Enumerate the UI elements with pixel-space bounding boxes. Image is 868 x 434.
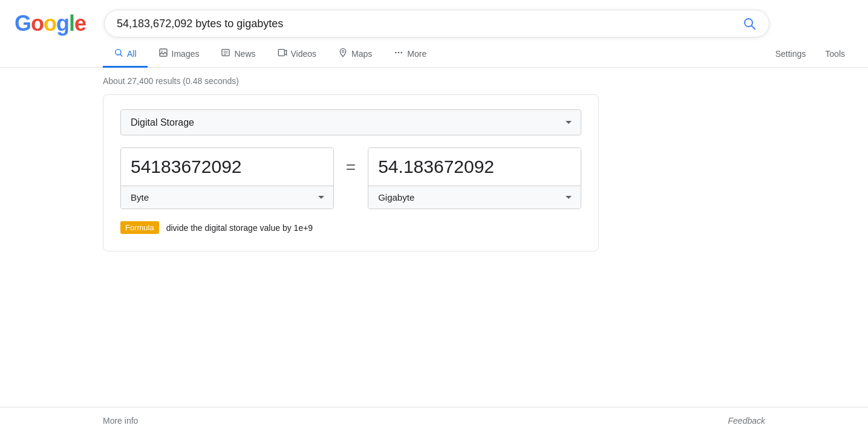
search-button[interactable] xyxy=(742,16,757,31)
results-summary: About 27,400 results (0.48 seconds) xyxy=(0,68,868,94)
videos-icon xyxy=(278,48,287,60)
more-icon xyxy=(394,48,403,60)
tab-all[interactable]: All xyxy=(103,42,148,68)
equals-sign: = xyxy=(344,158,358,177)
feedback-link[interactable]: Feedback xyxy=(728,416,765,426)
tab-images[interactable]: Images xyxy=(148,42,210,68)
tab-news-label: News xyxy=(234,49,255,59)
page-footer: More info Feedback xyxy=(0,407,868,434)
all-icon xyxy=(114,48,123,60)
news-icon xyxy=(221,48,230,60)
formula-row: Formula divide the digital storage value… xyxy=(120,221,581,234)
formula-text: divide the digital storage value by 1e+9 xyxy=(166,223,313,233)
from-value-input[interactable] xyxy=(121,148,333,186)
nav-tabs: All Images News V xyxy=(0,37,868,68)
svg-point-5 xyxy=(161,51,162,52)
category-selector-wrapper: Digital Storage Length Mass Temperature … xyxy=(120,109,581,135)
settings-button[interactable]: Settings xyxy=(767,43,815,66)
search-bar xyxy=(104,10,769,37)
svg-point-11 xyxy=(342,50,344,52)
tab-maps[interactable]: Maps xyxy=(327,42,383,68)
logo-letter-o1: o xyxy=(31,11,44,36)
tab-videos[interactable]: Videos xyxy=(267,42,328,68)
to-unit-box: Byte Kilobyte Megabyte Gigabyte Terabyte… xyxy=(368,147,581,209)
tab-videos-label: Videos xyxy=(291,49,317,59)
svg-point-13 xyxy=(398,52,400,54)
nav-right: Settings Tools xyxy=(767,42,868,66)
maps-icon xyxy=(338,48,348,60)
logo-letter-g: G xyxy=(15,11,31,36)
logo-letter-e: e xyxy=(74,11,86,36)
svg-point-14 xyxy=(401,52,403,54)
tab-images-label: Images xyxy=(172,49,200,59)
google-logo[interactable]: Google xyxy=(15,11,86,36)
tab-all-label: All xyxy=(127,49,137,59)
tab-more[interactable]: More xyxy=(383,42,437,68)
to-value-input[interactable] xyxy=(368,148,581,186)
formula-badge: Formula xyxy=(120,221,159,234)
from-unit-box: Byte Kilobyte Megabyte Gigabyte Terabyte… xyxy=(120,147,334,209)
to-unit-select[interactable]: Byte Kilobyte Megabyte Gigabyte Terabyte… xyxy=(368,186,581,209)
svg-rect-10 xyxy=(278,50,284,56)
svg-rect-4 xyxy=(160,49,167,56)
logo-letter-l: l xyxy=(69,11,74,36)
logo-letter-o2: o xyxy=(44,11,56,36)
converter-card: Digital Storage Length Mass Temperature … xyxy=(103,94,599,251)
category-select[interactable]: Digital Storage Length Mass Temperature … xyxy=(120,109,581,135)
logo-letter-g2: g xyxy=(56,11,69,36)
tools-button[interactable]: Tools xyxy=(817,43,853,66)
header: Google xyxy=(0,0,868,37)
tab-maps-label: Maps xyxy=(351,49,372,59)
tab-news[interactable]: News xyxy=(210,42,266,68)
from-unit-select[interactable]: Byte Kilobyte Megabyte Gigabyte Terabyte… xyxy=(121,186,333,209)
svg-line-3 xyxy=(120,54,122,56)
conversion-row: Byte Kilobyte Megabyte Gigabyte Terabyte… xyxy=(120,147,581,209)
tab-more-label: More xyxy=(407,49,426,59)
svg-point-12 xyxy=(395,52,397,54)
search-input[interactable] xyxy=(117,18,742,30)
images-icon xyxy=(158,48,168,60)
search-icon xyxy=(742,16,757,31)
more-info-link[interactable]: More info xyxy=(103,416,138,426)
svg-line-1 xyxy=(752,26,755,30)
